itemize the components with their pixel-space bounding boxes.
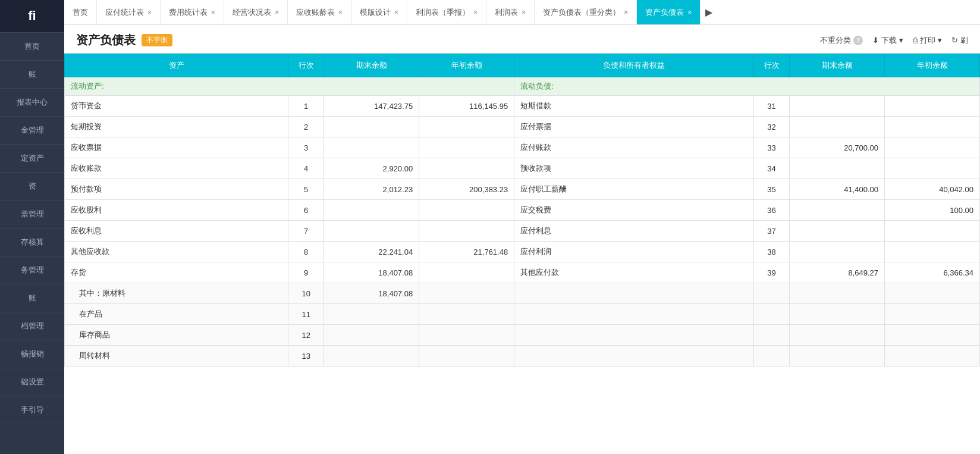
tab-profit[interactable]: 利润表 × bbox=[486, 0, 535, 25]
left-name-cell[interactable]: 预付款项 bbox=[65, 179, 288, 200]
left-name-cell[interactable]: 货币资金 bbox=[65, 96, 288, 117]
right-end-balance[interactable] bbox=[790, 221, 885, 242]
right-begin-balance[interactable]: 40,042.00 bbox=[885, 179, 980, 200]
tab-balance-reclassified[interactable]: 资产负债表（重分类） × bbox=[535, 0, 637, 25]
right-name-cell[interactable]: 短期借款 bbox=[514, 96, 754, 117]
right-name-cell[interactable]: 应付账款 bbox=[514, 137, 754, 158]
left-end-balance[interactable] bbox=[324, 221, 419, 242]
right-name-cell[interactable] bbox=[514, 304, 754, 325]
right-end-balance[interactable] bbox=[790, 158, 885, 179]
left-end-balance[interactable]: 2,012.23 bbox=[324, 179, 419, 200]
left-end-balance[interactable]: 147,423.75 bbox=[324, 96, 419, 117]
tab-close-payable-stats[interactable]: × bbox=[147, 8, 152, 17]
left-end-balance[interactable] bbox=[324, 200, 419, 221]
tab-receivable-aging[interactable]: 应收账龄表 × bbox=[288, 0, 351, 25]
right-end-balance[interactable] bbox=[790, 200, 885, 221]
left-begin-balance[interactable] bbox=[419, 283, 514, 304]
sidebar-item-ticket-mgmt[interactable]: 票管理 bbox=[0, 201, 64, 228]
sidebar-item-guide[interactable]: 手引导 bbox=[0, 396, 64, 424]
sidebar-item-fixed-assets[interactable]: 定资产 bbox=[0, 145, 64, 173]
sidebar-item-home[interactable]: 首页 bbox=[0, 33, 64, 61]
left-begin-balance[interactable] bbox=[419, 262, 514, 283]
right-name-cell[interactable]: 应付职工薪酬 bbox=[514, 179, 754, 200]
sidebar-item-settings[interactable]: 础设置 bbox=[0, 368, 64, 396]
left-name-cell[interactable]: 应收利息 bbox=[65, 221, 288, 242]
left-end-balance[interactable] bbox=[324, 325, 419, 346]
right-end-balance[interactable]: 20,700.00 bbox=[790, 137, 885, 158]
tab-close-receivable-aging[interactable]: × bbox=[338, 8, 343, 17]
left-end-balance[interactable]: 18,407.08 bbox=[324, 262, 419, 283]
right-begin-balance[interactable] bbox=[885, 117, 980, 137]
tab-close-balance-reclassified[interactable]: × bbox=[624, 8, 628, 17]
right-end-balance[interactable] bbox=[790, 304, 885, 325]
left-begin-balance[interactable]: 200,383.23 bbox=[419, 179, 514, 200]
left-end-balance[interactable] bbox=[324, 346, 419, 367]
sidebar-item-report-center[interactable]: 报表中心 bbox=[0, 89, 64, 117]
tab-profit-quarterly[interactable]: 利润表（季报） × bbox=[407, 0, 486, 25]
sidebar-item-inventory[interactable]: 存核算 bbox=[0, 228, 64, 256]
right-begin-balance[interactable] bbox=[885, 221, 980, 242]
left-begin-balance[interactable] bbox=[419, 346, 514, 367]
tab-balance-sheet[interactable]: 资产负债表 × bbox=[637, 0, 701, 25]
right-name-cell[interactable]: 应付利息 bbox=[514, 221, 754, 242]
left-end-balance[interactable] bbox=[324, 137, 419, 158]
left-name-cell[interactable]: 在产品 bbox=[65, 304, 288, 325]
right-name-cell[interactable] bbox=[514, 346, 754, 367]
right-begin-balance[interactable] bbox=[885, 137, 980, 158]
right-name-cell[interactable] bbox=[514, 325, 754, 346]
left-begin-balance[interactable] bbox=[419, 200, 514, 221]
left-name-cell[interactable]: 周转材料 bbox=[65, 346, 288, 367]
tab-home[interactable]: 首页 bbox=[64, 0, 97, 25]
right-name-cell[interactable]: 应交税费 bbox=[514, 200, 754, 221]
right-name-cell[interactable]: 应付利润 bbox=[514, 242, 754, 262]
left-end-balance[interactable]: 22,241.04 bbox=[324, 242, 419, 262]
left-name-cell[interactable]: 应收账款 bbox=[65, 158, 288, 179]
left-name-cell[interactable]: 库存商品 bbox=[65, 325, 288, 346]
left-end-balance[interactable]: 18,407.08 bbox=[324, 283, 419, 304]
sidebar-item-affairs-mgmt[interactable]: 务管理 bbox=[0, 256, 64, 284]
right-end-balance[interactable] bbox=[790, 283, 885, 304]
right-begin-balance[interactable]: 6,366.34 bbox=[885, 262, 980, 283]
sidebar-item-capital[interactable]: 资 bbox=[0, 173, 64, 201]
left-begin-balance[interactable]: 116,145.95 bbox=[419, 96, 514, 117]
right-begin-balance[interactable] bbox=[885, 346, 980, 367]
sidebar-item-account[interactable]: 账 bbox=[0, 61, 64, 89]
left-name-cell[interactable]: 应收股利 bbox=[65, 200, 288, 221]
right-name-cell[interactable]: 应付票据 bbox=[514, 117, 754, 137]
tab-close-profit[interactable]: × bbox=[522, 8, 526, 17]
right-name-cell[interactable]: 其他应付款 bbox=[514, 262, 754, 283]
category-selector[interactable]: 不重分类 ? bbox=[820, 35, 863, 46]
left-name-cell[interactable]: 应收票据 bbox=[65, 137, 288, 158]
tab-close-profit-quarterly[interactable]: × bbox=[473, 8, 478, 17]
right-begin-balance[interactable] bbox=[885, 96, 980, 117]
sidebar-item-ledger[interactable]: 账 bbox=[0, 284, 64, 312]
left-begin-balance[interactable] bbox=[419, 325, 514, 346]
left-begin-balance[interactable]: 21,761.48 bbox=[419, 242, 514, 262]
left-end-balance[interactable] bbox=[324, 304, 419, 325]
sidebar-item-fund-mgmt[interactable]: 金管理 bbox=[0, 117, 64, 145]
right-end-balance[interactable]: 8,649.27 bbox=[790, 262, 885, 283]
right-end-balance[interactable] bbox=[790, 346, 885, 367]
right-name-cell[interactable]: 预收款项 bbox=[514, 158, 754, 179]
left-name-cell[interactable]: 短期投资 bbox=[65, 117, 288, 137]
right-end-balance[interactable] bbox=[790, 325, 885, 346]
right-end-balance[interactable] bbox=[790, 242, 885, 262]
right-begin-balance[interactable] bbox=[885, 158, 980, 179]
tab-scroll-right[interactable]: ▶ bbox=[701, 0, 717, 25]
left-begin-balance[interactable] bbox=[419, 221, 514, 242]
print-button[interactable]: ⎙ 打印 ▾ bbox=[913, 35, 942, 46]
tab-template-design[interactable]: 模版设计 × bbox=[351, 0, 407, 25]
left-begin-balance[interactable] bbox=[419, 304, 514, 325]
right-begin-balance[interactable] bbox=[885, 325, 980, 346]
tab-close-operations[interactable]: × bbox=[275, 8, 279, 17]
tab-expense-stats[interactable]: 费用统计表 × bbox=[161, 0, 224, 25]
sidebar-item-doc-mgmt[interactable]: 档管理 bbox=[0, 312, 64, 340]
left-end-balance[interactable]: 2,920.00 bbox=[324, 158, 419, 179]
tab-close-balance-sheet[interactable]: × bbox=[687, 8, 692, 17]
left-name-cell[interactable]: 其他应收款 bbox=[65, 242, 288, 262]
right-begin-balance[interactable] bbox=[885, 242, 980, 262]
right-end-balance[interactable]: 41,400.00 bbox=[790, 179, 885, 200]
right-end-balance[interactable] bbox=[790, 117, 885, 137]
refresh-button[interactable]: ↻ 刷 bbox=[951, 35, 968, 46]
tab-close-template-design[interactable]: × bbox=[394, 8, 398, 17]
